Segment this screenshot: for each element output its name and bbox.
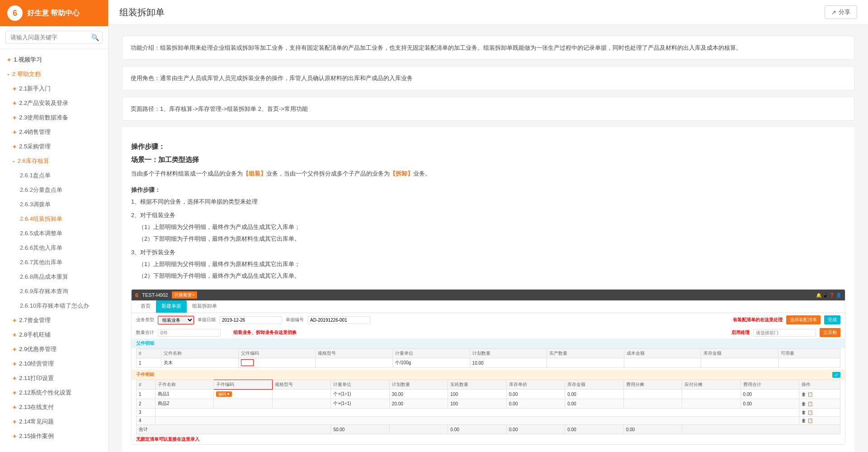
sidebar-item-install[interactable]: + 2.2产品安装及登录 bbox=[0, 96, 108, 110]
mock-top-table: # 父件名称 父件编码 规格型号 计量单位 计划数量 实产数量 成本金额 库存金 bbox=[136, 348, 840, 368]
sidebar-item-inv263[interactable]: 2.6.3调拨单 bbox=[0, 197, 108, 212]
mock-bcol: 库存单价 bbox=[506, 380, 565, 390]
sidebar-item-online[interactable]: + 2.13在线支付 bbox=[0, 400, 108, 414]
mock-bcell bbox=[682, 399, 741, 409]
minus-icon: - bbox=[13, 157, 15, 165]
sidebar-item-cases[interactable]: + 2.15操作案例 bbox=[0, 429, 108, 443]
app-logo: 6 bbox=[7, 5, 23, 21]
mock-bcol: 库存金额 bbox=[565, 380, 623, 390]
mock-bottom-table-wrap: # 子件名称 子件编码 规格型号 计量单位 计划数量 实耗数量 库存单价 库存金 bbox=[132, 380, 845, 434]
search-icon[interactable]: 🔍 bbox=[91, 34, 99, 41]
scene1-desc: 当由多个子件材料组装成一个成品的业务为【组装】业务，当由一个父件拆分成多个子产品… bbox=[131, 168, 845, 180]
sidebar-item-system[interactable]: + 2.12系统个性化设置 bbox=[0, 385, 108, 400]
mock-save-btn[interactable]: 完成 bbox=[824, 315, 840, 324]
mock-bcell: 0.00 bbox=[741, 399, 799, 409]
mock-bcell bbox=[272, 399, 330, 409]
sidebar-item-data[interactable]: + 2.3使用前数据准备 bbox=[0, 110, 108, 125]
mock-top-table-title: 父件明细 bbox=[136, 341, 154, 346]
mock-expand-icon[interactable]: ⤢ bbox=[832, 372, 840, 378]
mock-col-stock: 库存金额 bbox=[701, 349, 778, 358]
sidebar-item-video[interactable]: + 1.视频学习 bbox=[0, 52, 108, 67]
mock-bcol: 子件编码 bbox=[214, 380, 272, 390]
sidebar-item-newbie[interactable]: + 2.1新手入门 bbox=[0, 81, 108, 96]
mock-date-input[interactable] bbox=[219, 316, 282, 324]
mock-total-2: 0.00 bbox=[448, 425, 506, 434]
table-row: 2 商品2 个+(1÷1) 20.00 100 0.00 0.00 bbox=[137, 399, 840, 409]
sidebar-item-sales[interactable]: + 2.4销售管理 bbox=[0, 125, 108, 139]
mock-bcell bbox=[156, 409, 799, 417]
step2: 2、对于组装业务 bbox=[131, 209, 845, 221]
mock-dept-input[interactable] bbox=[753, 329, 816, 337]
mock-tab-home[interactable]: 首页 bbox=[135, 300, 156, 313]
sidebar-item-inv269[interactable]: 2.6.9库存账本查询 bbox=[0, 284, 108, 299]
sidebar-item-mobile[interactable]: + 2.8手机旺铺 bbox=[0, 328, 108, 342]
mock-col-spec: 规格型号 bbox=[316, 349, 393, 358]
sidebar-item-inv264[interactable]: 2.6.4组装拆卸单 bbox=[0, 212, 108, 226]
mock-bcell: 🗑 📋 bbox=[799, 417, 840, 425]
sidebar-item-inv268[interactable]: 2.6.8商品成本重算 bbox=[0, 270, 108, 284]
mock-bcell bbox=[156, 417, 799, 425]
sidebar-item-finance[interactable]: + 2.7资金管理 bbox=[0, 313, 108, 328]
mock-cell: 10.00 bbox=[470, 358, 547, 368]
mock-bcell bbox=[214, 399, 272, 409]
sidebar-item-inv265[interactable]: 2.6.5成本调整单 bbox=[0, 226, 108, 241]
share-button[interactable]: ↗ 分享 bbox=[825, 5, 857, 19]
mock-top-table-wrap: # 父件名称 父件编码 规格型号 计量单位 计划数量 实产数量 成本金额 库存金 bbox=[132, 348, 845, 370]
mock-total-3: 0.00 bbox=[506, 425, 565, 434]
sidebar-item-docs[interactable]: - 2.帮助文档 bbox=[0, 67, 108, 81]
mock-tab-new[interactable]: 新建单据 bbox=[156, 300, 187, 313]
nav-tree: + 1.视频学习 - 2.帮助文档 + 2.1新手入门 + 2.2产品安装及登录… bbox=[0, 49, 108, 452]
mock-col-avail: 可用量 bbox=[778, 349, 840, 358]
mock-no-input[interactable] bbox=[307, 316, 370, 324]
mock-col-pcode: 父件编码 bbox=[238, 349, 316, 358]
sidebar-header: 6 好生意 帮助中心 bbox=[0, 0, 108, 26]
mock-activate-btn[interactable]: 立采购 bbox=[820, 328, 840, 337]
sidebar-item-inv2610[interactable]: 2.6.10库存账本错了怎么办 bbox=[0, 299, 108, 313]
mock-total-label: 合计 bbox=[137, 425, 331, 434]
mock-col-pname: 父件名称 bbox=[161, 349, 239, 358]
sidebar-item-inv266[interactable]: 2.6.6其他入库单 bbox=[0, 241, 108, 255]
mock-bcell: 🗑 📋 bbox=[799, 399, 840, 409]
search-input[interactable] bbox=[5, 31, 103, 44]
minus-icon: - bbox=[7, 71, 9, 78]
sidebar-item-inv261[interactable]: 2.6.1盘点单 bbox=[0, 168, 108, 183]
mock-col-cost: 成本金额 bbox=[624, 349, 701, 358]
step3-2: （2）下部明细为子件明细，最终作为产成品生成其它入库单。 bbox=[138, 270, 845, 282]
mock-cell bbox=[547, 358, 624, 368]
mock-no-label: 单据编号 bbox=[286, 317, 304, 323]
mock-top-table-header: 父件明细 bbox=[132, 338, 845, 348]
sidebar-item-faq[interactable]: + 2.14常见问题 bbox=[0, 414, 108, 429]
intro-block-1: 功能介绍：组装拆卸单用来处理企业组装或拆卸等加工业务，支持有固定装配清单的产品加… bbox=[122, 36, 854, 60]
mock-total-4: 0.00 bbox=[565, 425, 623, 434]
search-box: 🔍 bbox=[0, 26, 108, 49]
mock-bcol: 应付分摊 bbox=[682, 380, 741, 390]
sidebar-item-inventory[interactable]: - 2.6库存核算 bbox=[0, 154, 108, 168]
share-icon: ↗ bbox=[831, 9, 836, 16]
plus-icon: + bbox=[13, 128, 16, 136]
sidebar-item-ops[interactable]: + 2.10经营管理 bbox=[0, 357, 108, 371]
plus-icon: + bbox=[13, 143, 16, 150]
mock-bcol: 费用分摊 bbox=[623, 380, 682, 390]
mock-bcell: 个+(1÷1) bbox=[331, 399, 389, 409]
sidebar: 6 好生意 帮助中心 🔍 + 1.视频学习 - 2.帮助文档 + 2.1新手入门… bbox=[0, 0, 108, 452]
mock-bcol: 子件名称 bbox=[156, 380, 214, 390]
mock-bottom-table-title: 子件明细 bbox=[136, 371, 154, 378]
mock-qty-total[interactable] bbox=[158, 329, 221, 337]
mock-type-select[interactable]: 组装业务 拆卸业务 bbox=[158, 316, 194, 324]
plus-icon: + bbox=[13, 317, 16, 324]
mock-total-5: 0.00 bbox=[623, 425, 682, 434]
table-row: 1 商品1 编码▼ 个+(1÷1) 30.00 100 0.00 0.00 bbox=[137, 390, 840, 399]
sidebar-item-purchase[interactable]: + 2.5采购管理 bbox=[0, 139, 108, 154]
sidebar-item-print[interactable]: + 2.11打印设置 bbox=[0, 371, 108, 385]
sidebar-item-inv267[interactable]: 2.6.7其他出库单 bbox=[0, 255, 108, 270]
mock-bcell: 0.00 bbox=[506, 399, 565, 409]
mock-add-bom-btn[interactable]: 选择装配清单 bbox=[786, 315, 821, 324]
mock-ann3-text: 启用处理 bbox=[731, 329, 750, 336]
mock-bcell: 3 bbox=[137, 409, 156, 417]
sidebar-item-coupon[interactable]: + 2.9优惠券管理 bbox=[0, 342, 108, 357]
mock-tab-list[interactable]: 组装拆卸单 bbox=[187, 300, 222, 313]
step2-1: （1）上部明细为父件明细，最终作为产成品生成其它入库单； bbox=[138, 221, 845, 233]
sidebar-item-inv262[interactable]: 2.6.2分量盘点单 bbox=[0, 183, 108, 197]
scene1-title: 场景一：加工类型选择 bbox=[131, 156, 845, 164]
mock-nav-btn: 切换账套> bbox=[172, 291, 197, 299]
